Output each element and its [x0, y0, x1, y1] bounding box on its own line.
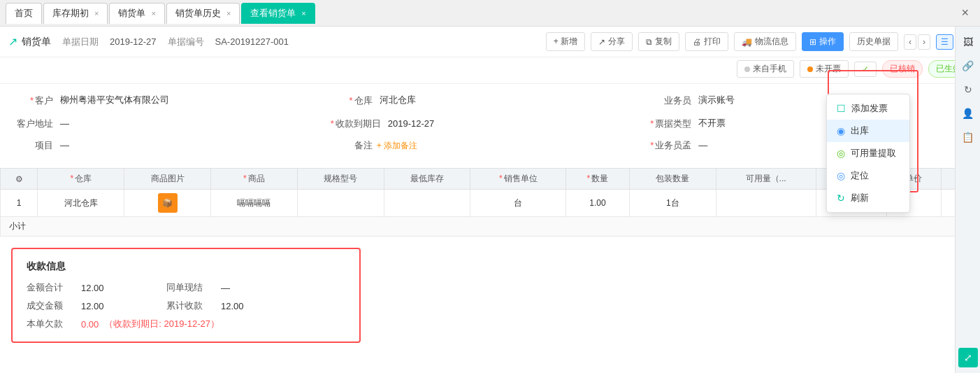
sidebar-user-icon[interactable]: 👤: [958, 104, 978, 123]
dropdown-available-pickup[interactable]: ◎ 可用量提取: [827, 142, 909, 164]
copy-icon: ⧉: [646, 37, 652, 47]
share-button[interactable]: ↗ 分享: [591, 32, 633, 51]
new-button[interactable]: + 新增: [546, 32, 585, 51]
doc-type-label: 销货单: [22, 36, 51, 48]
customer-label: 客户: [11, 94, 53, 107]
same-order-value: —: [221, 283, 230, 293]
locate-icon: ◎: [837, 170, 845, 181]
dropdown-outbound[interactable]: ◉ 出库: [827, 120, 909, 142]
document-header: ↗ 销货单 单据日期 2019-12-27 单据编号 SA-20191227-0…: [0, 27, 980, 57]
tab-inventory-close[interactable]: ×: [94, 9, 99, 17]
operation-button[interactable]: ⊞ 操作: [802, 32, 844, 51]
sidebar-clipboard-icon[interactable]: 📋: [958, 127, 978, 147]
customer-field: 客户 柳州粤港平安气体有限公司: [11, 92, 331, 108]
tab-bar: 首页 库存期初 × 销货单 × 销货单历史 × 查看销货单 × ×: [0, 0, 980, 27]
warehouse-value: 河北仓库: [377, 92, 419, 108]
from-phone-button[interactable]: 来自手机: [737, 60, 794, 78]
product-image: 📦: [158, 193, 178, 213]
not-open-button[interactable]: 未开票: [800, 60, 849, 78]
doc-date-label: 单据日期: [62, 36, 99, 48]
window-close-button[interactable]: ×: [956, 6, 974, 20]
doc-title: ↗ 销货单: [8, 35, 51, 48]
warehouse-label: 仓库: [331, 94, 373, 107]
sidebar-link-icon[interactable]: 🔗: [958, 56, 978, 76]
row-spec: [297, 190, 384, 217]
col-gear: ⚙: [1, 169, 38, 190]
ticket-type-label: 票据类型: [649, 118, 691, 130]
toolbar-row: 来自手机 未开票 ✓ 已核销 已生效: [0, 57, 980, 84]
col-min-stock: 最低库存: [384, 169, 470, 190]
ticket-type-value: 不开票: [696, 115, 728, 132]
row-min-stock: [384, 190, 470, 217]
amount-label: 金额合计: [27, 281, 75, 294]
row-index: 1: [1, 190, 38, 217]
col-unit: 销售单位: [470, 169, 566, 190]
col-available: 可用量（...: [716, 169, 816, 190]
add-invoice-label: 添加发票: [851, 102, 888, 115]
sales-staff-value: —: [696, 139, 710, 153]
print-icon: 🖨: [693, 37, 701, 47]
tab-sales-close[interactable]: ×: [151, 9, 155, 17]
amount-value: 12.00: [81, 283, 104, 293]
sidebar-image-icon[interactable]: 🖼: [958, 32, 978, 52]
sidebar-refresh-icon[interactable]: ↻: [958, 80, 978, 99]
payment-date-value: 2019-12-27: [385, 117, 438, 131]
cumulative-row: 累计收款 12.00: [166, 300, 306, 312]
note-field: 备注 + 添加备注: [331, 139, 650, 152]
tab-sales-history[interactable]: 销货单历史 ×: [166, 3, 240, 24]
prev-button[interactable]: ‹: [904, 34, 916, 50]
tab-home-label: 首页: [15, 7, 33, 20]
address-value: —: [57, 117, 72, 131]
current-due-value: 0.00: [81, 319, 99, 330]
confirm-button[interactable]: ✓: [854, 62, 877, 77]
payment-grid: 金额合计 12.00 同单现结 — 成交金额 12.00 累计收款 12.00: [27, 281, 345, 330]
form-row-1: 客户 柳州粤港平安气体有限公司 仓库 河北仓库 业务员 演示账号: [11, 92, 969, 108]
same-order-label: 同单现结: [166, 281, 215, 294]
dropdown-locate[interactable]: ◎ 定位: [827, 164, 909, 187]
dropdown-refresh[interactable]: ↻ 刷新: [827, 187, 909, 209]
tab-home[interactable]: 首页: [6, 3, 42, 24]
transaction-value: 12.00: [81, 301, 104, 311]
sidebar-expand-icon[interactable]: ⤢: [958, 348, 978, 367]
tab-view-close[interactable]: ×: [301, 9, 305, 17]
warehouse-field: 仓库 河北仓库: [331, 92, 650, 108]
form-row-3: 项目 — 备注 + 添加备注 业务员孟 —: [11, 139, 969, 153]
operation-dropdown: ☐ 添加发票 ◉ 出库 ◎ 可用量提取 ◎ 定位 ↻ 刷新: [826, 94, 910, 213]
cumulative-value: 12.00: [221, 301, 244, 311]
payment-info-box: 收款信息 金额合计 12.00 同单现结 — 成交金额 12.00 累计收款 1…: [11, 248, 361, 343]
transaction-row: 成交金额 12.00: [27, 300, 166, 312]
tab-inventory-label: 库存期初: [52, 7, 89, 20]
grid-icon: ⊞: [809, 37, 816, 47]
add-note-button[interactable]: + 添加备注: [377, 140, 417, 152]
confirm-icon: ✓: [862, 64, 869, 74]
row-unit: 台: [470, 190, 566, 217]
customer-value: 柳州粤港平安气体有限公司: [57, 92, 172, 108]
row-pack-qty: 1台: [629, 190, 716, 217]
doc-number-value: SA-20191227-001: [215, 36, 289, 47]
outbound-label: 出库: [851, 125, 869, 137]
row-quantity: 1.00: [566, 190, 630, 217]
print-button[interactable]: 🖨 打印: [685, 32, 728, 51]
tab-view-sales[interactable]: 查看销货单 ×: [241, 3, 315, 24]
sales-staff-field: 业务员孟 —: [649, 139, 969, 153]
tab-sales-order[interactable]: 销货单 ×: [109, 3, 164, 24]
payment-date-label: 收款到期日: [331, 118, 381, 130]
share-icon: ↗: [598, 37, 605, 47]
sales-order-icon: ↗: [8, 35, 17, 48]
amount-row: 金额合计 12.00: [27, 281, 166, 294]
main-content: ↗ 销货单 单据日期 2019-12-27 单据编号 SA-20191227-0…: [0, 27, 980, 373]
next-button[interactable]: ›: [918, 34, 930, 50]
col-warehouse: 仓库: [38, 169, 124, 190]
ticket-type-field: 票据类型 不开票: [649, 115, 969, 132]
logistics-button[interactable]: 🚚 物流信息: [734, 32, 796, 51]
tab-inventory-init[interactable]: 库存期初 ×: [43, 3, 108, 24]
list-view-button[interactable]: ☰: [936, 34, 953, 50]
dropdown-add-invoice[interactable]: ☐ 添加发票: [827, 97, 909, 120]
refresh-icon: ↻: [837, 192, 845, 204]
tab-history-close[interactable]: ×: [226, 9, 231, 17]
copy-button[interactable]: ⧉ 复制: [638, 32, 679, 51]
history-button[interactable]: 历史单据: [849, 32, 898, 51]
payment-title: 收款信息: [27, 260, 345, 273]
row-warehouse: 河北仓库: [38, 190, 124, 217]
staff-value: 演示账号: [696, 92, 737, 108]
